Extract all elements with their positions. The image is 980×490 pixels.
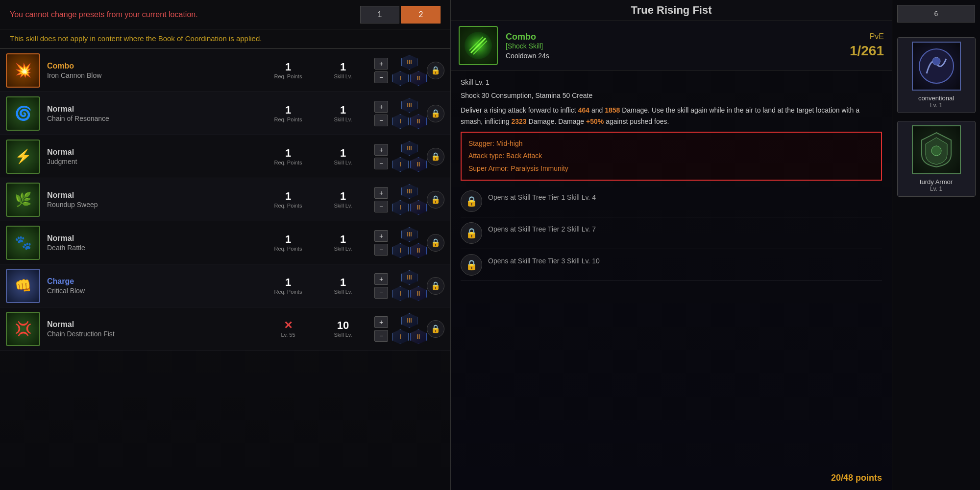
gem-tier2-4[interactable]: II [410, 243, 427, 258]
skill-info-roundup: Normal Roundup Sweep [47, 191, 261, 209]
gem-tier3-4[interactable]: III [401, 227, 418, 242]
skill-points-2: 1 Req. Points [269, 148, 308, 165]
gem-container-1: III I II [392, 98, 427, 129]
minus-btn-5[interactable]: − [374, 287, 388, 299]
skill-row-judgment[interactable]: ⚡ Normal Judgment 1 Req. Points 1 Skill … [0, 135, 450, 178]
minus-btn-6[interactable]: − [374, 330, 388, 342]
far-right-top: 6 [897, 5, 975, 23]
plus-btn-4[interactable]: + [374, 230, 388, 242]
skill-icon-chain-destruction: 💢 [6, 312, 40, 346]
req-points-value-4: 1 [285, 234, 291, 245]
attack-type-text: Attack type: Back Attack [468, 150, 874, 162]
preset-1-button[interactable]: 1 [360, 6, 399, 23]
gem-tier3-1[interactable]: III [401, 98, 418, 113]
gem-tier2-5[interactable]: II [410, 286, 427, 301]
gem-tier1-4[interactable]: I [392, 243, 409, 258]
tree-text-1: Opens at Skill Tree Tier 1 Skill Lv. 4 [488, 190, 596, 203]
gem-container-4: III I II [392, 227, 427, 258]
minus-btn-3[interactable]: − [374, 201, 388, 212]
skill-level-3: 1 Skill Lv. [323, 191, 363, 209]
plus-btn-0[interactable]: + [374, 58, 388, 70]
skill-description-1: Shock 30 Consumption, Stamina 50 Create [461, 90, 882, 101]
skill-row-roundup[interactable]: 🌿 Normal Roundup Sweep 1 Req. Points 1 S… [0, 178, 450, 221]
plus-btn-2[interactable]: + [374, 144, 388, 156]
skill-icon-roundup: 🌿 [6, 183, 40, 217]
skill-icon-judgment: ⚡ [6, 140, 40, 174]
gem-container-0: III I II [392, 55, 427, 86]
gem-tier1-0[interactable]: I [392, 71, 409, 86]
skill-level-2: 1 Skill Lv. [323, 148, 363, 165]
gem-tier2-6[interactable]: II [410, 329, 427, 344]
skill-points-0: 1 Req. Points [269, 62, 308, 79]
pve-counter: PvE 1/261 [850, 32, 884, 59]
plus-btn-3[interactable]: + [374, 187, 388, 199]
plus-btn-1[interactable]: + [374, 101, 388, 113]
skill-points-5: 1 Req. Points [269, 277, 308, 295]
gem-tier2-2[interactable]: II [410, 157, 427, 172]
sturdy-label: turdy Armor [920, 178, 953, 186]
far-right-panel: 6 conventional Lv. 1 turdy Arm [892, 0, 980, 490]
gem-tier3-6[interactable]: III [401, 313, 418, 328]
skill-level-0: 1 Skill Lv. [323, 62, 363, 79]
minus-btn-4[interactable]: − [374, 244, 388, 256]
dmg1-value: 464 [578, 106, 589, 114]
skill-type-death-rattle: Normal [47, 234, 261, 243]
lock-icon-5: 🔒 [427, 277, 444, 295]
gem-tier1-3[interactable]: I [392, 200, 409, 215]
skill-level-1: 1 Skill Lv. [323, 105, 363, 122]
skill-type-roundup: Normal [47, 191, 261, 200]
lock-icon-1: 🔒 [427, 105, 444, 122]
stagger-text: Stagger: Mid-high [468, 138, 874, 150]
coordination-notice: This skill does not apply in content whe… [10, 34, 262, 43]
req-points-value-0: 1 [285, 62, 291, 72]
skill-name-death-rattle: Death Rattle [47, 244, 261, 252]
skill-row-critical-blow[interactable]: 👊 Charge Critical Blow 1 Req. Points 1 S… [0, 264, 450, 307]
req-points-label-6: Lv. 55 [281, 332, 295, 338]
skill-icon-critical-blow: 👊 [6, 269, 40, 303]
far-top-btn[interactable]: 6 [897, 5, 975, 23]
selected-skill-name: Combo [506, 32, 850, 42]
points-footer: 20/48 points [831, 473, 882, 483]
minus-btn-1[interactable]: − [374, 115, 388, 126]
super-armor-text: Super Armor: Paralysis Immunity [468, 163, 874, 175]
preset-2-button[interactable]: 2 [401, 6, 441, 23]
tree-unlock-1: 🔒 Opens at Skill Tree Tier 1 Skill Lv. 4 [461, 186, 882, 217]
minus-btn-2[interactable]: − [374, 158, 388, 169]
dmg2-value: 1858 [605, 106, 620, 114]
skill-lv-label-6: Skill Lv. [334, 332, 352, 338]
gem-tier1-6[interactable]: I [392, 329, 409, 344]
skill-info-judgment: Normal Judgment [47, 148, 261, 165]
minus-btn-0[interactable]: − [374, 71, 388, 83]
gem-tier1-2[interactable]: I [392, 157, 409, 172]
right-panel: True Rising Fist Com [451, 0, 892, 490]
skill-row-death-rattle[interactable]: 🐾 Normal Death Rattle 1 Req. Points 1 Sk… [0, 221, 450, 264]
lock-icon-3: 🔒 [427, 191, 444, 209]
skill-row-chain-destruction[interactable]: 💢 Normal Chain Destruction Fist ✕ Lv. 55… [0, 307, 450, 350]
gem-tier1-1[interactable]: I [392, 114, 409, 129]
skill-lv-value-5: 1 [340, 277, 346, 288]
skill-info-death-rattle: Normal Death Rattle [47, 234, 261, 252]
gem-container-6: III I II [392, 313, 427, 344]
skill-level-5: 1 Skill Lv. [323, 277, 363, 295]
gem-tier2-1[interactable]: II [410, 114, 427, 129]
req-points-value-1: 1 [285, 105, 291, 116]
skill-name-chain: Chain of Resonance [47, 115, 261, 122]
plus-btn-6[interactable]: + [374, 316, 388, 328]
error-message: You cannot change presets from your curr… [10, 10, 198, 19]
skill-row-chain[interactable]: 🌀 Normal Chain of Resonance 1 Req. Point… [0, 92, 450, 135]
gem-tier3-0[interactable]: III [401, 55, 418, 70]
skill-info-chain-destruction: Normal Chain Destruction Fist [47, 320, 261, 338]
skill-info-critical-blow: Charge Critical Blow [47, 277, 261, 295]
plus-btn-5[interactable]: + [374, 273, 388, 285]
gem-tier2-0[interactable]: II [410, 71, 427, 86]
skill-info-chain: Normal Chain of Resonance [47, 105, 261, 122]
svg-point-5 [932, 57, 940, 65]
gem-tier1-5[interactable]: I [392, 286, 409, 301]
top-bar: You cannot change presets from your curr… [0, 0, 450, 29]
tree-unlock-2: 🔒 Opens at Skill Tree Tier 2 Skill Lv. 7 [461, 217, 882, 249]
gem-tier3-2[interactable]: III [401, 141, 418, 156]
gem-tier3-5[interactable]: III [401, 270, 418, 285]
gem-tier3-3[interactable]: III [401, 184, 418, 199]
skill-row-combo[interactable]: 💥 Combo Iron Cannon Blow 1 Req. Points 1… [0, 49, 450, 92]
gem-tier2-3[interactable]: II [410, 200, 427, 215]
